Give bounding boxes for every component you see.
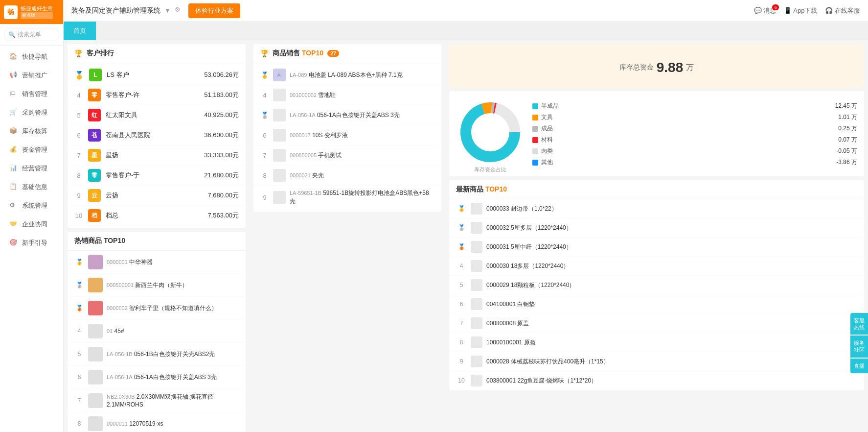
rank-item-8: 10 档 档总 7,563.00元 (68, 206, 246, 226)
logo-main-text: 畅捷通好生意 (21, 5, 53, 12)
new-prod-5: 5 0000029 18颗粒板（1220*2440） (449, 276, 864, 295)
sidebar-item-shortcut[interactable]: 🏠 快捷导航 (0, 48, 63, 66)
hot-img-6 (88, 370, 103, 384)
new-products-list: 🥇 0000033 封边带（1.0*22） 🥈 0000032 5厘多层（122… (449, 199, 864, 390)
top-prod-info-6: 0000021 夹壳 (290, 171, 434, 180)
new-rank-10: 10 (456, 377, 467, 384)
sidebar-item-system[interactable]: ⚙ 系统管理 (0, 196, 63, 215)
new-prod-4: 4 0000030 18多层（1220*2440） (449, 257, 864, 276)
float-buttons: 客服 热线 服务 社区 直播 (850, 313, 868, 373)
sidebar-item-purchase[interactable]: 🛒 采购管理 (0, 103, 63, 122)
top-prod-info-2: 001000002 雪地鞋 (290, 91, 434, 99)
hot-item-4: 4 01 45# (68, 320, 246, 343)
hot-rank-8: 8 (74, 420, 84, 427)
phone-icon: 📱 (784, 7, 792, 14)
online-service-area[interactable]: 🎧 在线客服 (825, 6, 860, 15)
logo-text-area: 畅捷通好生意 标准版 (21, 5, 53, 19)
new-rank-7: 7 (456, 320, 467, 327)
new-img-8 (471, 336, 482, 348)
trophy-icon: 🏆 (74, 49, 83, 57)
top-prod-info-4: 0000017 10S 变利罗液 (290, 131, 434, 140)
sidebar-item-guide[interactable]: 🎯 新手引导 (0, 234, 63, 252)
hot-rank-1: 🥇 (74, 259, 84, 265)
top-products-title: 商品销售 TOP10 (273, 49, 323, 58)
new-products-card: 最新商品 TOP10 🥇 0000033 封边带（1.0*22） 🥈 (449, 180, 864, 390)
rank-num-3: 5 (74, 112, 83, 119)
inv-total-label: 库存总资金 (619, 63, 654, 72)
sidebar-item-finance[interactable]: 💰 资金管理 (0, 141, 63, 159)
inventory-chart-row: 库存资金占比 半成品 12.45 万 文具 1.01 万 (456, 98, 857, 169)
customer-avatar-1: L (89, 69, 102, 81)
top-prod-item-7: 9 LA-59651-1B 59651-1B旋转投影灯电池盒ABS黑色+58壳 (253, 186, 441, 210)
new-rank-3: 🥉 (456, 243, 467, 250)
system-icon: ⚙ (9, 201, 18, 210)
hot-info-3: 0000002 智利车子里（规格不知道填什么） (107, 304, 239, 312)
new-prod-10: 10 003800001 22g鱼豆腐-烧烤味（1*12*20） (449, 371, 864, 390)
top-prod-rank-5: 7 (260, 152, 269, 159)
new-img-2 (471, 222, 482, 234)
rank-item-2: 4 零 零售客户-许 51,183.00元 (68, 85, 246, 105)
nav-label-marketing: 营销推广 (22, 71, 47, 80)
app-download-label: App下载 (793, 7, 817, 14)
nav-label-shortcut: 快捷导航 (22, 52, 47, 61)
top-prod-item-5: 7 000800005 手机测试 (253, 145, 441, 166)
float-btn-service[interactable]: 客服 热线 (850, 313, 868, 335)
hot-item-5: 5 LA-056-1B 056-1B白色按键开关壳ABS2壳 (68, 343, 246, 366)
guide-icon: 🎯 (9, 239, 18, 247)
legend-dot-4 (532, 137, 538, 143)
sidebar-item-base[interactable]: 📋 基础信息 (0, 178, 63, 196)
notification-area[interactable]: 💬 消息 6 (754, 6, 777, 15)
search-menu-button[interactable]: 🔍 搜索菜单 (4, 28, 59, 41)
rank-num-8: 10 (74, 212, 83, 219)
hot-rank-4: 4 (74, 328, 84, 335)
legend-item-6: 其他 -3.86 万 (532, 158, 857, 167)
sidebar-item-sales[interactable]: 🏷 销售管理 (0, 85, 63, 103)
new-prod-3: 🥉 0000031 5厘中纤（1220*2440） (449, 238, 864, 257)
hot-info-7: NB2.0X30B 2.0X30MM双摆花轴,摆花直径2.1MM/ROHS (107, 393, 239, 408)
new-products-title-text: 最新商品 TOP10 (456, 185, 507, 194)
customer-ranking-card: 🏆 客户排行 🥇 L LS 客户 53,006.26元 4 零 (68, 44, 246, 228)
top-prod-info-1: LA-089 电池盖 LA-089 ABS本色+黑种 7.1克 (290, 71, 434, 79)
hot-item-8: 8 0000011 12070519-xs (68, 412, 246, 432)
hot-products-header: 热销商品 TOP10 (68, 232, 246, 251)
legend-dot-2 (532, 115, 538, 120)
hot-item-7: 7 NB2.0X30B 2.0X30MM双摆花轴,摆花直径2.1MM/ROHS (68, 389, 246, 412)
new-img-3 (471, 241, 482, 253)
top-prod-rank-1: 🥇 (260, 72, 269, 79)
new-info-8: 10000100001 原盔 (486, 338, 857, 347)
rank-num-4: 6 (74, 132, 83, 139)
top-prod-rank-2: 4 (260, 92, 269, 99)
new-img-6 (471, 298, 482, 310)
online-service-label: 在线客服 (835, 7, 860, 14)
hot-img-7 (88, 393, 103, 408)
notification-icon: 💬 (754, 7, 762, 14)
top-prod-rank-4: 6 (260, 132, 269, 139)
customer-ranking-column: 🏆 客户排行 🥇 L LS 客户 53,006.26元 4 零 (64, 40, 250, 432)
system-title: 装备及固定资产辅助管理系统 (71, 6, 160, 15)
sidebar-item-marketing[interactable]: 📢 营销推广 (0, 66, 63, 85)
float-btn-community[interactable]: 服务 社区 (850, 336, 868, 358)
app-download-area[interactable]: 📱 App下载 (784, 6, 817, 15)
tab-home[interactable]: 首页 (64, 22, 96, 40)
system-dropdown-icon[interactable]: ▼ (164, 7, 171, 14)
trial-button[interactable]: 体验行业方案 (188, 3, 240, 18)
sidebar-search-area: 🔍 搜索菜单 (0, 24, 63, 46)
sidebar-item-cooperation[interactable]: 🤝 企业协同 (0, 215, 63, 234)
hot-img-8 (88, 416, 103, 431)
customer-avatar-8: 档 (88, 209, 101, 222)
sidebar-item-inventory[interactable]: 📦 库存核算 (0, 122, 63, 141)
customer-avatar-2: 零 (88, 89, 101, 101)
new-info-1: 0000033 封边带（1.0*22） (486, 205, 857, 213)
sidebar-item-operation[interactable]: 📊 经营管理 (0, 159, 63, 178)
sidebar-logo: 畅 畅捷通好生意 标准版 (0, 0, 63, 24)
hot-img-1 (88, 255, 103, 269)
customer-name-1: LS 客户 (107, 71, 199, 79)
donut-svg (456, 98, 525, 167)
purchase-icon: 🛒 (9, 108, 18, 117)
settings-icon[interactable]: ⚙ (175, 6, 184, 16)
top-prod-img-7 (273, 191, 286, 204)
new-rank-1: 🥇 (456, 205, 467, 212)
float-btn-live[interactable]: 直播 (850, 359, 868, 373)
hot-img-inner-1 (88, 255, 103, 269)
new-prod-9: 9 0000028 体械荔枝味苏打饮品400毫升（1*15） (449, 352, 864, 371)
